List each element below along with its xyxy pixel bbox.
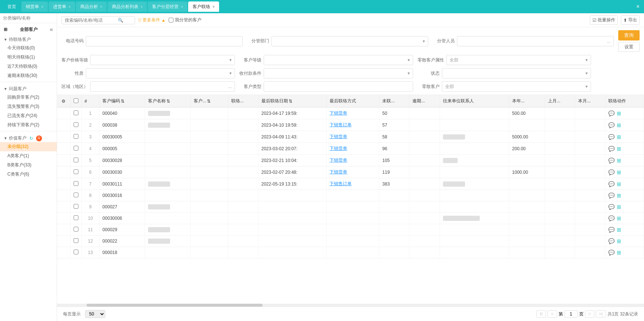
retail-customer-select[interactable]: 全部▾: [442, 81, 591, 92]
col-unlisted[interactable]: 未联...: [379, 95, 409, 107]
customer-type-select[interactable]: [264, 81, 413, 92]
col-last-month[interactable]: 上月...: [545, 95, 575, 107]
scrollbar-thumb[interactable]: [87, 304, 263, 307]
pending-group-label[interactable]: ▼ 待联络客户: [0, 34, 57, 43]
query-button[interactable]: 查询: [618, 30, 640, 40]
grid-action-icon[interactable]: ⊞: [617, 169, 621, 175]
region-input[interactable]: ...: [90, 81, 235, 92]
row-checkbox[interactable]: [74, 146, 78, 151]
row-checkbox[interactable]: [74, 227, 78, 232]
price-level-select[interactable]: ▾: [90, 55, 235, 65]
dept-select[interactable]: ▾: [271, 36, 428, 46]
prev-page-button[interactable]: <: [548, 310, 557, 318]
tab-customer-contact[interactable]: 客户联络 ×: [188, 1, 219, 12]
grid-action-icon[interactable]: ⊞: [617, 215, 621, 221]
sidebar-item-churn-warning[interactable]: 流失预警客户(3): [0, 102, 57, 111]
message-icon[interactable]: 💬: [608, 250, 615, 255]
sidebar-item-abnormal[interactable]: 回购异常客户(2): [0, 93, 57, 102]
message-icon[interactable]: 💬: [608, 146, 615, 152]
grid-action-icon[interactable]: ⊞: [617, 158, 621, 163]
col-this-month[interactable]: 本月...: [575, 95, 605, 107]
my-customers-checkbox[interactable]: [169, 18, 173, 22]
grid-action-icon[interactable]: ⊞: [617, 204, 621, 210]
first-page-button[interactable]: K: [536, 310, 546, 318]
close-all-tabs-button[interactable]: ×: [635, 2, 641, 11]
col-settings[interactable]: ⚙: [57, 95, 70, 107]
grid-action-icon[interactable]: ⊞: [617, 110, 621, 116]
customer-level-select[interactable]: ▾: [264, 55, 413, 65]
grid-action-icon[interactable]: ⊞: [617, 181, 621, 187]
sidebar-item-class-b[interactable]: B类客户(33): [0, 160, 57, 170]
next-page-button[interactable]: >: [585, 310, 594, 318]
message-icon[interactable]: 💬: [608, 204, 615, 210]
batch-op-button[interactable]: ☑ 批量操作: [590, 15, 618, 25]
grid-action-icon[interactable]: ⊞: [617, 146, 621, 152]
tab-sales-order[interactable]: 销货单 ×: [21, 1, 48, 12]
message-icon[interactable]: 💬: [608, 169, 615, 175]
close-icon[interactable]: ×: [100, 5, 102, 9]
message-icon[interactable]: 💬: [608, 122, 615, 128]
row-checkbox[interactable]: [74, 134, 78, 139]
col-overdue[interactable]: 逾期...: [409, 95, 440, 107]
sidebar-item-tomorrow-pending[interactable]: 明天待联络(1): [0, 53, 57, 62]
last-page-button[interactable]: >|: [596, 310, 606, 318]
message-icon[interactable]: 💬: [608, 193, 615, 198]
message-icon[interactable]: 💬: [608, 110, 615, 116]
close-icon[interactable]: ×: [41, 5, 43, 9]
message-icon[interactable]: 💬: [608, 238, 615, 244]
col-this-year[interactable]: 本年...: [509, 95, 545, 107]
refresh-icon[interactable]: ↻: [29, 136, 33, 141]
method-link[interactable]: 下销货单: [330, 146, 347, 151]
col-contact-person[interactable]: 联络...: [228, 95, 258, 107]
row-checkbox[interactable]: [74, 250, 78, 254]
method-link[interactable]: 下销售订单: [330, 181, 352, 186]
col-last-contact-date[interactable]: 最后联络日期⇅: [258, 95, 326, 107]
method-link[interactable]: 下销货单: [330, 169, 347, 174]
sidebar-item-class-a[interactable]: A类客户(1): [0, 151, 57, 160]
sidebar-item-today-pending[interactable]: 今天待联络(0): [0, 43, 57, 53]
message-icon[interactable]: 💬: [608, 134, 615, 140]
sidebar-item-overdue-pending[interactable]: 逾期未联络(30): [0, 71, 57, 80]
col-name[interactable]: 客户名称⇅: [145, 95, 191, 107]
method-link[interactable]: 下销货单: [330, 158, 347, 163]
method-link[interactable]: 下销售订单: [330, 122, 352, 127]
row-checkbox[interactable]: [74, 215, 78, 220]
tab-product-analysis[interactable]: 商品分析 ×: [76, 1, 107, 12]
horizontal-scrollbar[interactable]: [57, 304, 644, 307]
sidebar-item-week-pending[interactable]: 近7天待联络(0): [0, 62, 57, 71]
message-icon[interactable]: 💬: [608, 181, 615, 187]
tab-customer-tier[interactable]: 客户分层经营 ×: [148, 1, 187, 12]
row-checkbox[interactable]: [74, 181, 78, 186]
collapse-icon[interactable]: «: [50, 26, 53, 33]
grid-action-icon[interactable]: ⊞: [617, 227, 621, 233]
method-link[interactable]: 下销货单: [330, 134, 347, 139]
search-icon[interactable]: 🔍: [118, 18, 123, 23]
problem-group-label[interactable]: ▼ 问题客户: [0, 84, 57, 93]
message-icon[interactable]: 💬: [608, 227, 615, 233]
grid-action-icon[interactable]: ⊞: [617, 238, 621, 244]
all-customers-header[interactable]: ⊞ 全部客户 «: [0, 23, 57, 34]
row-checkbox[interactable]: [74, 122, 78, 127]
my-customers-filter[interactable]: 我分管的客户: [169, 17, 201, 23]
sidebar-item-churned[interactable]: 已流失客户(24): [0, 111, 57, 120]
grid-action-icon[interactable]: ⊞: [617, 193, 621, 198]
nature-select[interactable]: ▾: [86, 68, 235, 78]
row-checkbox[interactable]: [74, 193, 78, 197]
col-unit-contact[interactable]: 往来单位联系人: [440, 95, 509, 107]
page-size-select[interactable]: 50 100: [85, 310, 105, 318]
col-customer-type[interactable]: 客户...⇅: [191, 95, 228, 107]
search-input[interactable]: [65, 18, 116, 23]
select-all-checkbox[interactable]: [74, 98, 78, 103]
person-input[interactable]: ...: [457, 36, 614, 46]
sidebar-item-class-c[interactable]: C类客户(6): [0, 170, 57, 179]
page-number-input[interactable]: [564, 310, 578, 318]
sidebar-item-declining[interactable]: 持续下滑客户(2): [0, 120, 57, 130]
sidebar-item-unclassified[interactable]: 未分组(32): [0, 142, 57, 151]
tab-purchase-order[interactable]: 进货单 ×: [49, 1, 75, 12]
grid-action-icon[interactable]: ⊞: [617, 250, 621, 255]
close-icon[interactable]: ×: [68, 5, 71, 9]
value-group-label[interactable]: ▼ 价值客户 ↻ R: [0, 133, 57, 142]
message-icon[interactable]: 💬: [608, 158, 615, 163]
close-icon[interactable]: ×: [141, 5, 143, 9]
grid-action-icon[interactable]: ⊞: [617, 122, 621, 128]
